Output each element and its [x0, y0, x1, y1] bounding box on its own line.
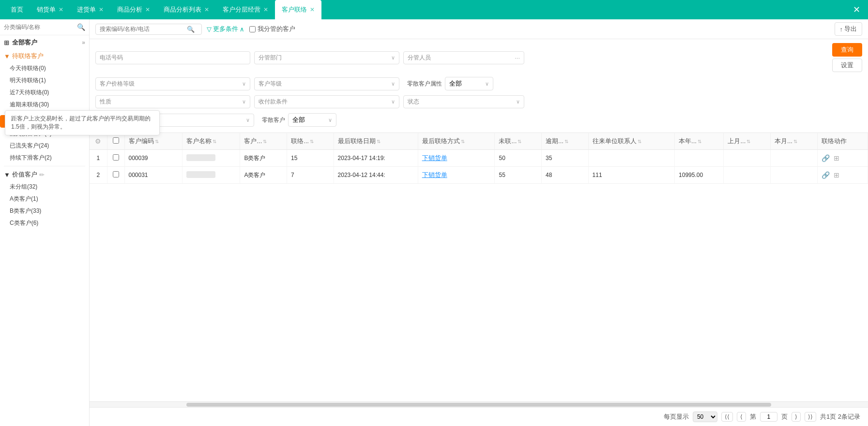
horizontal-scrollbar[interactable]: [90, 401, 868, 407]
sidebar-item-churned[interactable]: 已流失客户(24): [0, 140, 89, 152]
link-action-icon[interactable]: 🔗: [822, 154, 830, 162]
nav-product-analysis-close[interactable]: ✕: [145, 6, 150, 13]
nav-purchase-close[interactable]: ✕: [99, 6, 104, 13]
prev-page-btn[interactable]: ⟨: [737, 412, 746, 422]
cell-unit-contact: [588, 150, 674, 167]
next-page-btn[interactable]: ⟩: [792, 412, 801, 422]
th-unit-contact-sort[interactable]: 往来单位联系人 ⇅: [593, 137, 670, 146]
sidebar-item-class-c[interactable]: C类客户(6): [0, 217, 89, 229]
blurred-name: [186, 154, 215, 161]
row-checkbox[interactable]: [113, 154, 119, 161]
link-action-icon[interactable]: 🔗: [822, 171, 830, 179]
nav-product-list[interactable]: 商品分析列表 ✕: [157, 0, 216, 19]
settings-button[interactable]: 设置: [832, 59, 862, 72]
th-code: 客户编码 ⇅: [124, 133, 182, 150]
cell-check[interactable]: [107, 167, 124, 184]
nav-customer-contact[interactable]: 客户联络 ✕: [275, 0, 321, 19]
price-level-arrow: ∨: [242, 81, 246, 87]
sidebar-item-class-a[interactable]: A类客户(1): [0, 193, 89, 205]
th-checkbox[interactable]: [107, 133, 124, 150]
sidebar-item-overdue[interactable]: 逾期未联络(30): [0, 99, 89, 111]
th-last-method-sort[interactable]: 最后联络方式 ⇅: [422, 137, 491, 146]
sidebar-item-today[interactable]: 今天待联络(0): [0, 62, 89, 74]
nav-sales[interactable]: 销货单 ✕: [30, 0, 70, 19]
main-search-input[interactable]: [100, 26, 187, 32]
th-contact-sort[interactable]: 联络... ⇅: [291, 137, 330, 146]
first-page-btn[interactable]: ⟨⟨: [721, 412, 733, 422]
filter-manager[interactable]: 分管人员 ···: [403, 51, 524, 64]
cell-this-year: 10995.00: [675, 167, 724, 184]
th-name: 客户名称 ⇅: [182, 133, 240, 150]
search-box[interactable]: 🔍: [95, 24, 202, 35]
page-input[interactable]: [760, 412, 777, 422]
filter-gender[interactable]: 性质 ∨: [95, 95, 250, 108]
more-conditions-btn[interactable]: ▽ 更多条件 ∧: [207, 25, 244, 33]
grid-action-icon[interactable]: ⊞: [834, 171, 839, 179]
th-overdue-sort[interactable]: 逾期... ⇅: [546, 137, 584, 146]
nav-customer-contact-close[interactable]: ✕: [310, 6, 315, 13]
nav-product-analysis[interactable]: 商品分析 ✕: [110, 0, 157, 19]
th-unread-sort[interactable]: 未联... ⇅: [499, 137, 537, 146]
sidebar-pending-group[interactable]: ▼ 待联络客户: [0, 50, 89, 62]
th-code-sort[interactable]: 客户编码 ⇅: [129, 137, 178, 146]
filter-phone[interactable]: 电话号码: [95, 51, 250, 64]
sidebar-search-input[interactable]: [4, 24, 77, 30]
filter-price-level[interactable]: 客户价格等级 ∨: [95, 77, 250, 90]
cell-last-month: [724, 150, 771, 167]
content-area: 🔍 ▽ 更多条件 ∧ 我分管的客户 ↑ 导出: [90, 19, 868, 426]
page-size-select[interactable]: 50 20 100: [693, 411, 717, 422]
cell-contact: 15: [287, 150, 334, 167]
nav-sales-close[interactable]: ✕: [59, 6, 63, 13]
sidebar-item-class-b[interactable]: B类客户(33): [0, 205, 89, 217]
th-last-month-sort[interactable]: 上月... ⇅: [728, 137, 766, 146]
sidebar-item-7days[interactable]: 近7天待联络(0): [0, 87, 89, 99]
cell-check[interactable]: [107, 150, 124, 167]
value-group-edit-icon[interactable]: ✏: [39, 171, 45, 178]
th-name-sort[interactable]: 客户名称 ⇅: [186, 137, 236, 146]
my-customers-checkbox[interactable]: 我分管的客户: [249, 25, 295, 33]
last-method-link[interactable]: 下销货单: [422, 154, 447, 162]
nav-purchase[interactable]: 进货单 ✕: [70, 0, 110, 19]
nav-home[interactable]: 首页: [4, 0, 30, 19]
nav-customer-tier-close[interactable]: ✕: [263, 6, 268, 13]
sidebar-value-group[interactable]: ▼ 价值客户 ✏: [0, 168, 89, 181]
row-checkbox[interactable]: [113, 171, 119, 177]
th-settings[interactable]: ⚙: [90, 133, 107, 150]
th-action: 联络动作: [817, 133, 868, 150]
th-this-year-sort[interactable]: 本年... ⇅: [679, 137, 719, 146]
query-button[interactable]: 查询: [832, 43, 862, 57]
main-search-icon: 🔍: [187, 26, 195, 33]
last-method-link[interactable]: 下销货单: [422, 171, 447, 178]
select-all-checkbox[interactable]: [113, 137, 119, 144]
grid-action-icon[interactable]: ⊞: [834, 154, 839, 162]
last-page-btn[interactable]: ⟩⟩: [805, 412, 816, 422]
sidebar-item-declining[interactable]: 持续下滑客户(2): [0, 152, 89, 164]
th-type-sort[interactable]: 客户... ⇅: [244, 137, 283, 146]
sidebar-item-tomorrow[interactable]: 明天待联络(1): [0, 74, 89, 87]
sidebar-all-customers[interactable]: ⊞ 全部客户 »: [0, 35, 89, 50]
customer-level-arrow: ∨: [391, 81, 395, 87]
filter-status[interactable]: 状态 ∨: [403, 95, 524, 108]
th-overdue: 逾期... ⇅: [542, 133, 589, 150]
cell-last-method: 下销货单: [418, 167, 495, 184]
th-last-date-sort[interactable]: 最后联络日期 ⇅: [338, 137, 414, 146]
my-customers-check[interactable]: [249, 26, 256, 32]
blurred-name: [186, 171, 215, 178]
sidebar-item-ungrouped[interactable]: 未分组(32): [0, 181, 89, 193]
filter-dept[interactable]: 分管部门 ∨: [254, 51, 399, 64]
sidebar-collapse-btn[interactable]: »: [82, 39, 85, 46]
export-button[interactable]: ↑ 导出: [835, 22, 863, 36]
filter-customer-level[interactable]: 客户等级 ∨: [254, 77, 399, 90]
nav-product-list-close[interactable]: ✕: [204, 6, 209, 13]
th-this-month-sort[interactable]: 本月... ⇅: [775, 137, 813, 146]
table-gear-icon[interactable]: ⚙: [95, 137, 101, 145]
scrollbar-thumb[interactable]: [186, 403, 771, 407]
main-layout: 🔍 ⊞ 全部客户 » ▼ 待联络客户 今天待联络(0) 明天待联络(1) 近7天…: [0, 19, 868, 426]
filter-payment[interactable]: 收付款条件 ∨: [254, 95, 399, 108]
sidebar-search-bar[interactable]: 🔍: [0, 19, 89, 35]
manager-dots[interactable]: ···: [515, 54, 520, 61]
close-all-tabs[interactable]: ✕: [853, 4, 860, 15]
retail-select[interactable]: 全部 ∨: [288, 113, 336, 127]
nav-customer-tier[interactable]: 客户分层经营 ✕: [216, 0, 275, 19]
retail-attr-select[interactable]: 全部 ∨: [445, 77, 493, 90]
